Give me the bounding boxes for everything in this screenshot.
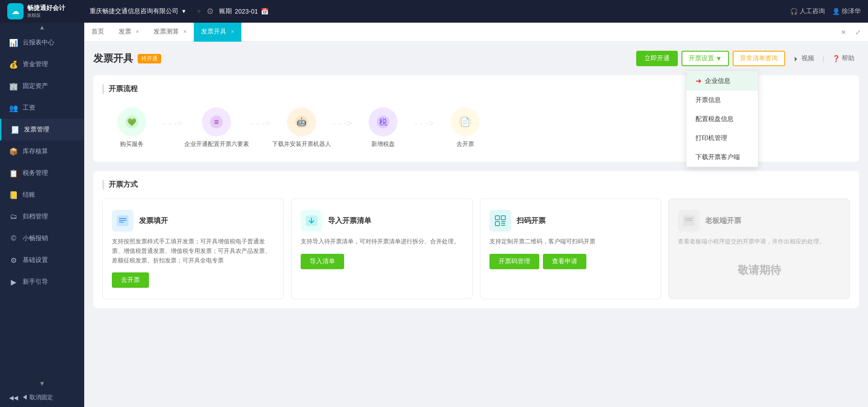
- sidebar-item-label: 资金管理: [23, 60, 48, 68]
- chevron-down-icon: ▼: [181, 8, 187, 15]
- chart-icon: 📊: [9, 38, 18, 47]
- sidebar-item-label: 工资: [23, 104, 35, 112]
- video-button[interactable]: ⏵ 视频: [789, 52, 819, 65]
- dropdown-item-company-info[interactable]: ➜ 企业信息: [686, 71, 758, 91]
- tab-invoice-issue[interactable]: 发票开具 ×: [194, 23, 241, 42]
- step-label-enterprise-config: 企业开通配置开票六要素: [184, 140, 249, 148]
- svg-rect-10: [117, 216, 128, 226]
- scan-code-icon: [489, 210, 511, 232]
- method-card-header-4: 老板端开票: [678, 210, 840, 232]
- money-icon: 💰: [9, 60, 18, 69]
- logo-title: 畅捷通好会计: [27, 4, 65, 12]
- sidebar-nav: 📊 云报表中心 💰 资金管理 🏢 固定资产 👥 工资 🧾 发票管理: [0, 32, 84, 379]
- sidebar-item-label: 结账: [23, 191, 35, 199]
- sidebar-item-accounting[interactable]: 📒 结账: [0, 184, 84, 206]
- people-icon: 👥: [9, 103, 18, 112]
- unpin-button[interactable]: ◀◀ ◀ 取消固定: [0, 388, 84, 407]
- coming-soon-overlay: 敬请期待: [678, 254, 840, 286]
- sidebar-item-invoice-mgmt[interactable]: 🧾 发票管理: [0, 119, 84, 141]
- period-value: 2023-01: [235, 8, 258, 15]
- calendar-icon[interactable]: 📅: [261, 8, 269, 15]
- tab-close-button[interactable]: ✕: [837, 26, 850, 39]
- dropdown-item-printer[interactable]: 打印机管理: [686, 129, 758, 148]
- tab-home[interactable]: 首页: [84, 23, 111, 42]
- tab-invoice-calc-label: 发票测算: [153, 28, 179, 36]
- logo-area: ☁ 畅捷通好会计 旗舰版: [7, 3, 80, 19]
- page-title-area: 发票开具 待开通: [93, 52, 161, 65]
- step-icon-add-disk: 税: [369, 107, 398, 136]
- svg-rect-15: [495, 216, 499, 220]
- help-label: 帮助: [842, 54, 854, 63]
- page-actions: 立即开通 开票设置 ▼ 异常清单查询 ⏵ 视频 | ❓: [636, 51, 859, 66]
- logo-icon: ☁: [7, 3, 24, 19]
- support-label: 人工咨询: [800, 7, 825, 15]
- divider: +: [197, 7, 201, 16]
- question-circle-icon: ❓: [832, 55, 840, 62]
- sidebar-item-cloud-report[interactable]: 📊 云报表中心: [0, 32, 84, 53]
- sidebar-item-tax-mgmt[interactable]: 📋 税务管理: [0, 162, 84, 184]
- view-apply-button[interactable]: 查看申请: [543, 254, 586, 269]
- support-item[interactable]: 🎧 人工咨询: [790, 7, 825, 15]
- sidebar-item-payroll[interactable]: 👥 工资: [0, 97, 84, 119]
- flow-arrow-3: - - ->: [333, 118, 352, 138]
- method-title-4: 老板端开票: [705, 216, 741, 226]
- sidebar-item-label: 发票管理: [24, 126, 49, 134]
- settings-dropdown-button[interactable]: 开票设置 ▼: [681, 51, 729, 66]
- step-label-buy-service: 购买服务: [120, 140, 144, 148]
- method-card-import-list: 导入开票清单 支持导入待开票清单，可对待开票清单进行拆分、合并处理。 导入清单: [291, 199, 473, 299]
- period-label: 账期: [219, 7, 232, 15]
- tab-invoice-calc-close[interactable]: ×: [183, 29, 187, 35]
- dropdown-item-invoice-info[interactable]: 开票信息: [686, 91, 758, 110]
- step-icon-buy-service: 💚: [117, 107, 146, 136]
- avatar-icon: 👤: [832, 8, 840, 15]
- sidebar-item-settings[interactable]: ⚙ 基础设置: [0, 249, 84, 271]
- help-button[interactable]: ❓ 帮助: [828, 52, 859, 65]
- tab-invoice[interactable]: 发票 ×: [111, 23, 146, 42]
- tab-invoice-issue-close[interactable]: ×: [231, 29, 234, 35]
- sidebar-item-fixed-assets[interactable]: 🏢 固定资产: [0, 75, 84, 97]
- user-item[interactable]: 👤 徐泽华: [832, 7, 861, 15]
- tab-maximize-button[interactable]: ⤢: [852, 26, 864, 39]
- gear-icon: ⚙: [9, 256, 18, 265]
- flow-step-go-invoice: 📄 去开票: [436, 107, 494, 148]
- dropdown-item-tax-disk[interactable]: 配置税盘信息: [686, 110, 758, 129]
- tab-invoice-calc[interactable]: 发票测算 ×: [146, 23, 194, 42]
- anomaly-button[interactable]: 异常清单查询: [733, 51, 785, 66]
- method-desc-2: 支持导入待开票清单，可对待开票清单进行拆分、合并处理。: [301, 237, 463, 247]
- top-bar-right: 🎧 人工咨询 👤 徐泽华: [790, 7, 861, 15]
- company-selector[interactable]: 重庆畅捷交通信息咨询有限公司 ▼: [85, 5, 191, 18]
- play-circle-icon: ⏵: [793, 55, 800, 62]
- settings-dropdown-menu: ➜ 企业信息 开票信息 配置税盘信息 打印机管理: [686, 71, 758, 167]
- qrcode-mgmt-button[interactable]: 开票码管理: [489, 254, 539, 269]
- svg-text:税: 税: [379, 117, 387, 126]
- settings-icon[interactable]: ⚙: [206, 6, 214, 16]
- dropdown-item-download-client[interactable]: 下载开票客户端: [686, 148, 758, 167]
- sidebar-item-xiaochang[interactable]: © 小畅报销: [0, 228, 84, 249]
- tab-invoice-close[interactable]: ×: [136, 29, 139, 35]
- step-label-download-robot: 下载并安装开票机器人: [272, 140, 331, 148]
- step-icon-enterprise-config: ≡: [202, 107, 231, 136]
- activate-button[interactable]: 立即开通: [636, 51, 678, 66]
- import-list-button[interactable]: 导入清单: [301, 254, 344, 269]
- sidebar-item-fund-mgmt[interactable]: 💰 资金管理: [0, 53, 84, 75]
- tax-icon: 📋: [9, 169, 18, 178]
- page-title: 发票开具: [93, 52, 133, 65]
- svg-rect-16: [501, 216, 505, 220]
- tab-invoice-issue-label: 发票开具: [201, 28, 226, 36]
- scroll-up-icon[interactable]: ▲: [0, 23, 84, 32]
- sidebar-item-inventory[interactable]: 📦 库存核算: [0, 141, 84, 162]
- play-icon: ▶: [9, 277, 18, 286]
- sidebar-item-archive[interactable]: 🗂 归档管理: [0, 206, 84, 228]
- dropdown-item-label: 开票信息: [695, 96, 721, 104]
- import-list-icon: [301, 210, 322, 232]
- method-desc-4: 查看老板端小程序提交的开票申请，并作出相应的处理。: [678, 237, 840, 247]
- sidebar-item-label: 库存核算: [23, 147, 48, 155]
- method-desc-1: 支持按照发票样式手工填开发票；可开具增值税电子普通发票、增值税普通发票、增值税专…: [112, 237, 274, 265]
- methods-section: 开票方式 发票填开 支持按照发票样式手工填开发票；可开具增值税电子普通发票、增值…: [93, 171, 859, 308]
- sidebar-item-guide[interactable]: ▶ 新手引导: [0, 271, 84, 293]
- go-invoice-button[interactable]: 去开票: [112, 272, 149, 288]
- flow-step-download-robot: 🤖 下载并安装开票机器人: [272, 107, 331, 148]
- period-info: 账期 2023-01 📅: [219, 7, 268, 15]
- xiaochang-icon: ©: [9, 234, 18, 243]
- scroll-down-icon[interactable]: ▼: [0, 379, 84, 388]
